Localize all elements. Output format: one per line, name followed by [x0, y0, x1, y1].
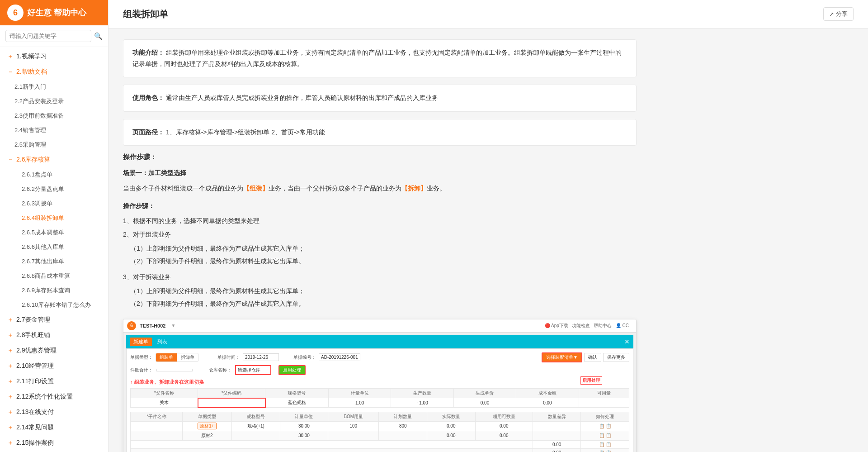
sidebar-item-mobile[interactable]: ＋ 2.8手机旺铺: [0, 328, 108, 343]
sidebar-item-mobile-label: 2.8手机旺铺: [16, 331, 50, 339]
lower-r2-actual: 0.00: [427, 431, 476, 440]
sidebar-item-coupon-label: 2.9优惠券管理: [16, 347, 57, 355]
nav-section: ＋ 1.视频学习 － 2.帮助文档 2.1新手入门 2.2产品安装及登录 2.3…: [0, 47, 108, 452]
sidebar-item-cost-calc[interactable]: 2.6.8商品成本重算: [0, 269, 108, 283]
sidebar-item-cash[interactable]: ＋ 2.7资金管理: [0, 312, 108, 328]
mock-tab-list[interactable]: 列表: [154, 338, 171, 346]
sidebar-item-sales[interactable]: 2.4销售管理: [0, 123, 108, 138]
sidebar-item-account-err[interactable]: 2.6.10库存账本错了怎么办: [0, 298, 108, 312]
lower-table-row-1: 原材1+ 规格(+1) 30.00 100 800 0.00 0.00: [131, 421, 629, 431]
sidebar-item-count[interactable]: 2.6.1盘点单: [0, 167, 108, 182]
save-btn[interactable]: 保存更多: [603, 353, 629, 362]
operation-plus-icon: ＋: [7, 362, 14, 370]
lower-col-claim: 领用可数量: [475, 412, 533, 421]
sidebar-item-other-in[interactable]: 2.6.6其他入库单: [0, 240, 108, 254]
share-button[interactable]: ↗ 分享: [823, 7, 854, 21]
sidebar-item-cost-adjust[interactable]: 2.6.5成本调整单: [0, 225, 108, 240]
upper-row-cost: 0.00: [516, 398, 579, 408]
sidebar-item-split-count[interactable]: 2.6.2分量盘点单: [0, 182, 108, 196]
sidebar-header: 6 好生意 帮助中心: [0, 0, 108, 25]
type-option-disassembly[interactable]: 拆卸单: [177, 353, 198, 362]
sidebar-item-assembly[interactable]: 2.6.4组装拆卸单: [0, 211, 108, 225]
use-btn[interactable]: 启用处理: [278, 365, 306, 375]
sidebar-item-data[interactable]: 2.3使用前数据准备: [0, 109, 108, 123]
sidebar-item-personalize[interactable]: ＋ 2.12系统个性化设置: [0, 389, 108, 404]
pieces-input[interactable]: [156, 369, 193, 371]
path-label: 页面路径：: [132, 128, 164, 136]
sidebar-item-print[interactable]: ＋ 2.11打印设置: [0, 374, 108, 389]
mock-nav-right: 🔴 App下载 功能检查 帮助中心 👤 CC: [545, 323, 629, 329]
upper-col-unit: 计量单位: [328, 388, 391, 398]
lower-col-name: *子件名称: [131, 412, 183, 421]
lower-r1-unit: 30.00: [280, 421, 328, 431]
intro-label: 功能介绍：: [132, 49, 164, 56]
lower-r1-claim: 0.00: [475, 421, 533, 431]
sidebar-item-faq[interactable]: ＋ 2.14常见问题: [0, 420, 108, 435]
mock-form-row2: 件数合计： 仓库名称： 请选择仓库 启用处理: [130, 365, 629, 375]
sidebar-item-docs[interactable]: － 2.帮助文档: [0, 64, 108, 80]
step3-1-text: （1）上部明细为父件明细，最终作为原材料生成其它出库单；: [123, 285, 637, 297]
upper-row-code[interactable]: [198, 398, 265, 408]
intro-box: 功能介绍： 组装拆卸单用来处理企业组装或拆卸等加工业务，支持有固定装配清单的产品…: [123, 39, 637, 77]
lower-r2-type: 原材2: [182, 431, 231, 440]
lower-r1-diff: [533, 421, 581, 431]
upper-col-code: *父件编码: [198, 388, 265, 398]
operation-title: 操作步骤：: [123, 153, 637, 162]
lower-table: *子件名称 单据类型 规格型号 计量单位 BOM用量 计划数量 实际数量 领用可…: [130, 412, 629, 452]
minus-icon: －: [7, 68, 14, 76]
steps-subtitle: 操作步骤：: [123, 200, 637, 212]
upper-row-avail: [579, 398, 629, 408]
warehouse-input[interactable]: 请选择仓库: [235, 365, 271, 375]
lower-table-row-3: 0.00 📋 📋: [131, 440, 629, 448]
logo: 6: [7, 5, 24, 21]
path-text: 1、库存核算->库存管理->组装拆卸单 2、首页->常用功能: [166, 128, 325, 136]
sidebar-item-other-out[interactable]: 2.6.7其他出库单: [0, 254, 108, 269]
lower-r1-actual: 0.00: [427, 421, 476, 431]
coupon-plus-icon: ＋: [7, 347, 14, 355]
sidebar-item-video[interactable]: ＋ 1.视频学习: [0, 49, 108, 64]
search-input[interactable]: [5, 30, 91, 42]
stock-minus-icon: －: [7, 156, 14, 164]
share-label: 分享: [836, 10, 848, 18]
sidebar-item-online-pay[interactable]: ＋ 2.13在线支付: [0, 404, 108, 420]
sidebar-item-new[interactable]: 2.1新手入门: [0, 80, 108, 94]
sidebar-item-install[interactable]: 2.2产品安装及登录: [0, 94, 108, 109]
type-option-assembly[interactable]: 组装单: [156, 353, 177, 362]
scene1-desc: 当由多个子件材料组装成一个成品的业务为【组装】业务，当由一个父件拆分成多个子产品…: [123, 182, 637, 195]
main-area: 组装拆卸单 ↗ 分享 功能介绍： 组装拆卸单用来处理企业组装或拆卸等加工业务，支…: [108, 0, 868, 452]
sidebar-item-stock[interactable]: － 2.6库存核算: [0, 152, 108, 167]
upper-col-spec: 规格型号: [265, 388, 329, 398]
lower-r1-type: 原材1+: [182, 421, 231, 431]
bom-btn[interactable]: 选择装配清单▼: [542, 352, 582, 362]
lower-r2-diff: [533, 431, 581, 440]
lower-col-spec: 规格型号: [232, 412, 280, 421]
plus-icon: ＋: [7, 52, 14, 61]
confirm-btn[interactable]: 确认: [584, 353, 601, 362]
lower-r1-plan: 800: [379, 421, 427, 431]
role-box: 使用角色： 通常由生产人员或库管人员完成拆装业务的操作，库管人员确认原材料的出库…: [123, 85, 637, 111]
sidebar-item-faq-label: 2.14常见问题: [16, 423, 54, 432]
sidebar-item-case[interactable]: ＋ 2.15操作案例: [0, 435, 108, 451]
lower-r1-handle: 📋 📋: [581, 421, 629, 431]
lower-r4-handle: 📋 📋: [581, 448, 629, 452]
sidebar-item-stock-check[interactable]: 2.6.9库存账本查询: [0, 283, 108, 298]
sidebar-item-coupon[interactable]: ＋ 2.9优惠券管理: [0, 343, 108, 358]
lower-r2-handle: 📋 📋: [581, 431, 629, 440]
role-label: 使用角色：: [132, 94, 164, 101]
screenshot-container: 6 TEST-H002 ▼ 🔴 App下载 功能检查 帮助中心 👤 CC: [123, 319, 637, 452]
sidebar-item-transfer[interactable]: 2.6.3调拨单: [0, 196, 108, 211]
lower-col-plan: 计划数量: [379, 412, 427, 421]
scene1-block: 场景一：加工类型选择 当由多个子件材料组装成一个成品的业务为【组装】业务，当由一…: [123, 167, 637, 310]
type-segment[interactable]: 组装单 拆卸单: [156, 353, 198, 362]
search-icon[interactable]: 🔍: [94, 32, 103, 40]
lower-col-actual: 实际数量: [427, 412, 476, 421]
number-input[interactable]: AD-20191226-001: [319, 353, 360, 361]
app-title: 好生意 帮助中心: [27, 7, 86, 18]
upper-table: *父件名称 *父件编码 规格型号 计量单位 生产数量 生成单价 成本金额 可用量: [130, 388, 629, 408]
mock-dialog: 新建单 列表 ✕ 单据类型： 组装单: [123, 333, 636, 452]
mock-tab-new[interactable]: 新建单: [130, 338, 152, 346]
sidebar-item-purchase[interactable]: 2.5采购管理: [0, 138, 108, 152]
date-input[interactable]: 2019-12-26: [243, 353, 279, 361]
mock-close-icon[interactable]: ✕: [624, 338, 630, 345]
sidebar-item-operation[interactable]: ＋ 2.10经营管理: [0, 358, 108, 374]
